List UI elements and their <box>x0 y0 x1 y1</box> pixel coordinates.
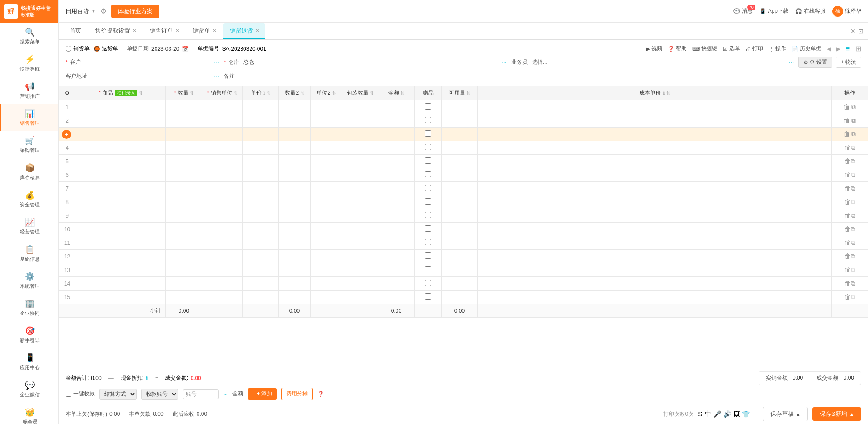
toolbar-history-btn[interactable]: 📄 历史单据 <box>792 45 821 52</box>
delete-row-button[interactable]: 🗑 <box>844 280 851 287</box>
gift-cell[interactable] <box>415 128 442 141</box>
account-select[interactable]: 收款账号 <box>141 389 178 400</box>
delete-row-button[interactable]: 🗑 <box>844 293 851 300</box>
view-list-icon[interactable]: ≡ <box>846 45 850 53</box>
qty2-cell[interactable] <box>279 100 311 114</box>
note-input[interactable] <box>237 71 861 81</box>
price-cell[interactable] <box>243 100 279 114</box>
delete-row-button[interactable]: 🗑 <box>844 239 851 246</box>
unit2-sort-icon[interactable]: ⇅ <box>332 91 336 95</box>
unit-cell[interactable] <box>202 128 243 141</box>
copy-row-button[interactable]: ⧉ <box>851 266 855 274</box>
cost-price-cell[interactable] <box>478 100 832 114</box>
tab-return-close-icon[interactable]: ✕ <box>255 28 259 33</box>
cost-price-cell[interactable] <box>478 128 832 141</box>
pack-sort-icon[interactable]: ⇅ <box>370 91 373 95</box>
sidebar-item-finance[interactable]: 💰 资金管理 <box>0 186 58 213</box>
copy-row-button[interactable]: ⧉ <box>851 103 856 111</box>
add-logistics-button[interactable]: + 物流 <box>836 57 861 68</box>
tab-delivery-close-icon[interactable]: ✕ <box>212 28 216 33</box>
product-cell[interactable] <box>75 100 166 114</box>
amount-cell[interactable] <box>378 114 415 128</box>
account-num-input[interactable] <box>183 389 219 399</box>
copy-row-button[interactable]: ⧉ <box>851 198 855 206</box>
save-new-button[interactable]: 保存&新增 ▲ <box>812 407 861 421</box>
gift-checkbox[interactable] <box>425 103 431 110</box>
tab-sales-order[interactable]: 销售订单 ✕ <box>143 23 185 39</box>
qty-cell[interactable] <box>166 128 202 141</box>
one-click-payment-checkbox[interactable]: 一键收款 <box>66 390 95 398</box>
radio-delivery[interactable]: 销货单 <box>66 45 90 52</box>
gift-checkbox[interactable] <box>425 225 431 232</box>
gift-checkbox[interactable] <box>425 293 431 300</box>
cost-price-cell[interactable] <box>478 114 832 128</box>
sidebar-item-appstore[interactable]: 📱 应用中心 <box>0 348 58 376</box>
available-cell[interactable] <box>442 128 478 141</box>
toolbar-select-btn[interactable]: ☑ 选单 <box>723 45 740 52</box>
pack-qty-cell[interactable] <box>342 128 378 141</box>
pack-qty-cell[interactable] <box>342 100 378 114</box>
sidebar-item-operation[interactable]: 📈 经营管理 <box>0 213 58 240</box>
sidebar-item-sales[interactable]: 📊 销售管理 <box>0 104 58 131</box>
add-row-button[interactable]: + <box>62 130 71 139</box>
cost-split-button[interactable]: 费用分摊 <box>281 388 313 400</box>
tab-sales-delivery[interactable]: 销货单 ✕ <box>186 23 222 39</box>
warehouse-dots-icon[interactable]: ··· <box>501 59 507 66</box>
available-cell[interactable] <box>442 100 478 114</box>
price-sort-icon[interactable]: ⇅ <box>267 91 270 95</box>
delete-row-button[interactable]: 🗑 <box>844 185 851 192</box>
toolbar-operate-btn[interactable]: ⋮ 操作 <box>769 45 786 52</box>
unit-sort-icon[interactable]: ⇅ <box>234 91 237 95</box>
message-button[interactable]: 💬 消息 70 <box>733 7 753 15</box>
delete-row-button[interactable]: 🗑 <box>844 144 851 151</box>
address-input[interactable] <box>90 71 212 81</box>
sidebar-item-marketing[interactable]: 📢 营销推广 <box>0 77 58 104</box>
price-cell[interactable] <box>243 114 279 128</box>
toolbar-video-btn[interactable]: ▶ 视频 <box>646 45 662 52</box>
delete-row-button[interactable]: 🗑 <box>844 157 851 165</box>
qty2-cell[interactable] <box>279 114 311 128</box>
sidebar-item-system[interactable]: ⚙️ 系统管理 <box>0 267 58 294</box>
copy-row-button[interactable]: ⧉ <box>851 171 855 179</box>
qty2-sort-icon[interactable]: ⇅ <box>301 91 304 95</box>
toolbar-shortcut-btn[interactable]: ⌨ 快捷键 <box>692 45 717 52</box>
sidebar-item-newguide[interactable]: 🎯 新手引导 <box>0 321 58 348</box>
topbar-settings-icon[interactable]: ⚙ <box>100 7 107 15</box>
copy-row-button[interactable]: ⧉ <box>851 130 856 138</box>
qty2-cell[interactable] <box>279 128 311 141</box>
gift-checkbox[interactable] <box>425 198 431 205</box>
sidebar-item-inventory[interactable]: 📦 库存核算 <box>0 158 58 186</box>
delete-row-button[interactable]: 🗑 <box>844 117 850 124</box>
gift-checkbox[interactable] <box>425 212 431 218</box>
calc-method-select[interactable]: 结算方式 <box>99 389 137 400</box>
delete-row-button[interactable]: 🗑 <box>844 212 851 219</box>
product-cell[interactable] <box>75 114 166 128</box>
tab-price-close-icon[interactable]: ✕ <box>132 28 136 33</box>
copy-row-button[interactable]: ⧉ <box>851 280 855 287</box>
unit-cell[interactable] <box>202 100 243 114</box>
delete-row-button[interactable]: 🗑 <box>844 171 851 178</box>
delete-row-button[interactable]: 🗑 <box>844 103 850 110</box>
gift-checkbox[interactable] <box>425 171 431 177</box>
qty-sort-icon[interactable]: ⇅ <box>190 91 193 95</box>
unit-cell[interactable] <box>202 114 243 128</box>
sidebar-item-enterprise[interactable]: 🏢 企业协同 <box>0 294 58 321</box>
salesperson-input[interactable] <box>530 57 787 67</box>
price-cell[interactable] <box>243 128 279 141</box>
pack-qty-cell[interactable] <box>342 114 378 128</box>
gift-checkbox[interactable] <box>425 239 431 245</box>
industry-dropdown[interactable]: 日用百货 ▼ <box>66 7 96 15</box>
gift-cell[interactable] <box>415 114 442 128</box>
copy-row-button[interactable]: ⧉ <box>851 225 855 233</box>
experience-button[interactable]: 体验行业方案 <box>111 5 159 18</box>
qty-cell[interactable] <box>166 100 202 114</box>
tab-price-setting[interactable]: 售价提取设置 ✕ <box>89 23 142 39</box>
gift-checkbox[interactable] <box>425 280 431 286</box>
table-settings-icon[interactable]: ⚙ <box>65 90 70 96</box>
tab-sales-return[interactable]: 销货退货 ✕ <box>223 23 265 39</box>
nav-next-icon[interactable]: ▶ <box>836 46 840 52</box>
account-dots-icon[interactable]: ··· <box>223 391 228 397</box>
copy-row-button[interactable]: ⧉ <box>851 185 855 192</box>
delete-row-button[interactable]: 🗑 <box>844 252 851 260</box>
sidebar-item-weixin[interactable]: 💬 企业微信 <box>0 376 58 403</box>
